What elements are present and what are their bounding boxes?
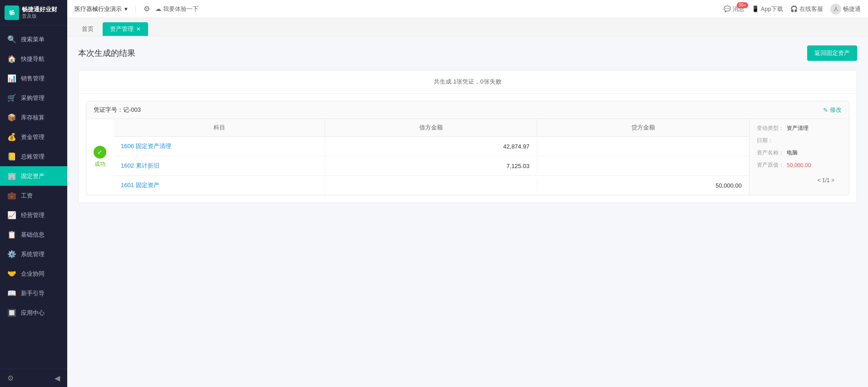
settings-icon[interactable]: ⚙ [7, 374, 14, 382]
topbar-right: 💬 消息 99+ 📱 App下载 🎧 在线客服 人 畅捷通 [724, 4, 861, 15]
tab-close-icon[interactable]: ✕ [136, 26, 141, 32]
cloud-icon: ☁ [155, 5, 161, 12]
headset-icon: 🎧 [790, 5, 798, 12]
sidebar-item-label: 企业协同 [21, 270, 45, 278]
company-selector[interactable]: 医疗器械行业演示 ▾ [74, 5, 128, 13]
message-btn[interactable]: 💬 消息 99+ [724, 5, 744, 13]
row3-subject[interactable]: 1601 固定资产 [114, 176, 325, 195]
table-row: 1601 固定资产 50,000.00 [114, 176, 749, 195]
sidebar-item-base-info[interactable]: 📋 基础信息 [0, 225, 67, 244]
tab-asset-mgmt[interactable]: 资产管理 ✕ [103, 22, 148, 36]
tab-asset-mgmt-label: 资产管理 [110, 25, 134, 33]
tab-home[interactable]: 首页 [74, 22, 101, 36]
date-row: 日期： [757, 137, 842, 144]
edit-button[interactable]: ✎ 修改 [823, 106, 842, 114]
sidebar-item-guide[interactable]: 📖 新手引导 [0, 283, 67, 303]
asset-name-value: 电脑 [787, 149, 798, 157]
sidebar-item-label: 采购管理 [21, 94, 45, 102]
row1-debit: 42,874.97 [325, 138, 537, 155]
company-name: 医疗器械行业演示 [74, 5, 122, 13]
tabbar: 首页 资产管理 ✕ [67, 18, 868, 36]
edit-icon: ✎ [823, 107, 828, 114]
tab-home-label: 首页 [82, 25, 94, 32]
sidebar-item-label: 资金管理 [21, 133, 45, 141]
app-download-btn[interactable]: 📱 App下载 [752, 5, 783, 13]
sidebar-item-operations[interactable]: 📈 经营管理 [0, 205, 67, 225]
edit-label: 修改 [830, 106, 842, 114]
sidebar-item-label: 销售管理 [21, 74, 45, 83]
logo-icon: 畅 [5, 5, 19, 20]
success-circle: ✓ [94, 146, 106, 159]
voucher-table: 科目 借方金额 贷方金额 1606 固定资产清理 42,874.97 1602 … [114, 119, 749, 195]
sidebar-item-quick-nav[interactable]: 🏠 快捷导航 [0, 49, 67, 69]
sidebar-menu: 🔍 搜索菜单 🏠 快捷导航 📊 销售管理 🛒 采购管理 📦 库存核算 💰 资金管… [0, 26, 67, 369]
message-badge: 99+ [737, 2, 748, 8]
original-value-row: 资产原值： 50,000.00 [757, 161, 842, 169]
divider: | [135, 5, 136, 12]
search-icon: 🔍 [7, 35, 16, 44]
sidebar-item-label: 库存核算 [21, 114, 45, 122]
finance-icon: 💰 [7, 133, 16, 141]
sidebar-item-purchase[interactable]: 🛒 采购管理 [0, 88, 67, 108]
date-label: 日期： [757, 137, 773, 144]
sidebar-item-app-center[interactable]: 🔲 应用中心 [0, 303, 67, 322]
side-info-panel: 变动类型： 资产清理 日期： 资产名称： 电脑 资产原值： [749, 119, 849, 195]
row3-credit: 50,000.00 [537, 177, 749, 194]
collab-icon: 🤝 [7, 269, 16, 278]
success-indicator: ✓ 成功 [86, 119, 114, 195]
sales-icon: 📊 [7, 74, 16, 83]
sidebar-item-search[interactable]: 🔍 搜索菜单 [0, 30, 67, 49]
col-debit: 借方金额 [325, 119, 537, 136]
row1-credit [537, 141, 749, 152]
page-header: 本次生成的结果 返回固定资产 [78, 45, 857, 61]
sidebar-item-sales[interactable]: 📊 销售管理 [0, 69, 67, 88]
app-download-label: App下载 [761, 5, 783, 13]
experience-text: 我要体验一下 [163, 5, 198, 13]
voucher-header: 凭证字号：记-003 ✎ 修改 [86, 101, 849, 119]
collapse-icon[interactable]: ◀ [55, 374, 60, 382]
ledger-icon: 📒 [7, 152, 16, 161]
sidebar-item-label: 应用中心 [21, 309, 45, 317]
app-center-icon: 🔲 [7, 308, 16, 317]
voucher-body: ✓ 成功 科目 借方金额 贷方金额 1606 固定资产清理 42, [86, 119, 849, 195]
sidebar-item-payroll[interactable]: 💼 工资 [0, 186, 67, 205]
row3-debit [325, 180, 537, 191]
change-type-label: 变动类型： [757, 124, 784, 132]
logo-subtitle: 普及版 [22, 13, 57, 20]
col-subject: 科目 [114, 119, 325, 136]
system-icon: ⚙️ [7, 250, 16, 258]
sidebar-item-ledger[interactable]: 📒 总账管理 [0, 147, 67, 166]
table-wrapper: ✓ 成功 科目 借方金额 贷方金额 1606 固定资产清理 42, [86, 119, 749, 195]
table-row: 1606 固定资产清理 42,874.97 [114, 137, 749, 156]
sidebar-item-finance[interactable]: 💰 资金管理 [0, 127, 67, 147]
row1-subject[interactable]: 1606 固定资产清理 [114, 137, 325, 156]
sidebar-item-label: 快捷导航 [21, 55, 45, 63]
page-content: 本次生成的结果 返回固定资产 共生成 1张凭证，0张失败 凭证字号：记-003 … [67, 36, 868, 387]
sidebar-item-label: 固定资产 [21, 172, 45, 180]
online-service-btn[interactable]: 🎧 在线客服 [790, 5, 823, 13]
sidebar-item-system[interactable]: ⚙️ 系统管理 [0, 244, 67, 264]
change-type-value: 资产清理 [787, 124, 808, 132]
row2-subject[interactable]: 1602 累计折旧 [114, 156, 325, 175]
sidebar-item-inventory[interactable]: 📦 库存核算 [0, 108, 67, 127]
user-menu[interactable]: 人 畅捷通 [830, 4, 861, 15]
sidebar-item-label: 系统管理 [21, 250, 45, 258]
settings-gear-icon[interactable]: ⚙ [144, 5, 150, 13]
sidebar: 畅 畅捷通好业财 普及版 🔍 搜索菜单 🏠 快捷导航 📊 销售管理 🛒 采购管理… [0, 0, 67, 387]
sidebar-item-fixed-assets[interactable]: 🏢 固定资产 [0, 166, 67, 186]
fixed-assets-icon: 🏢 [7, 172, 16, 180]
return-button[interactable]: 返回固定资产 [807, 45, 857, 61]
dropdown-icon: ▾ [124, 5, 128, 12]
table-row: 1602 累计折旧 7,125.03 [114, 156, 749, 176]
logo-title: 畅捷通好业财 [22, 6, 57, 13]
voucher-number: 凭证字号：记-003 [94, 106, 141, 114]
inventory-icon: 📦 [7, 113, 16, 122]
table-header: 科目 借方金额 贷方金额 [114, 119, 749, 137]
row2-debit: 7,125.03 [325, 157, 537, 175]
result-summary: 共生成 1张凭证，0张失败 [79, 70, 857, 94]
experience-btn[interactable]: ☁ 我要体验一下 [155, 5, 198, 13]
pagination[interactable]: < 1/1 > [757, 174, 842, 187]
avatar: 人 [830, 4, 841, 15]
sidebar-item-collab[interactable]: 🤝 企业协同 [0, 264, 67, 283]
row2-credit [537, 160, 749, 171]
